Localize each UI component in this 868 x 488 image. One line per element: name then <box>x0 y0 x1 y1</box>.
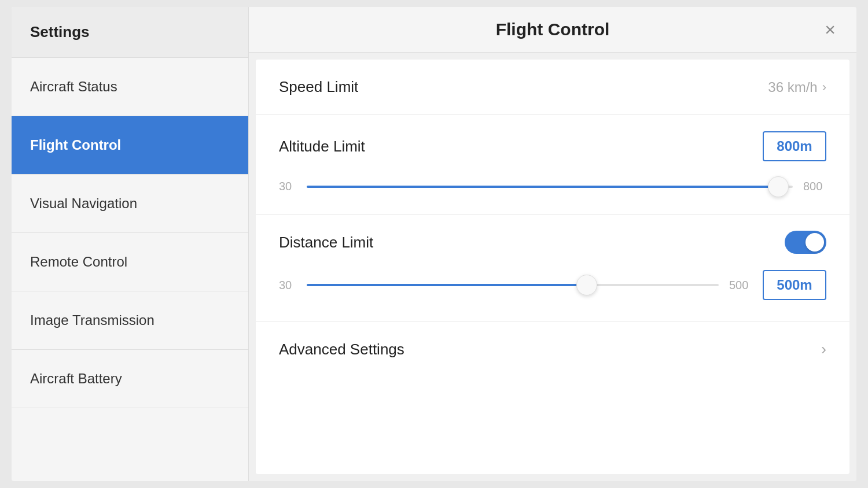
altitude-limit-label: Altitude Limit <box>279 138 763 156</box>
distance-limit-section: Distance Limit 30 500 500m <box>256 215 849 321</box>
distance-slider-min: 30 <box>279 279 296 292</box>
app-container: Settings Aircraft Status Flight Control … <box>12 7 856 481</box>
distance-slider-fill <box>307 284 587 286</box>
altitude-slider-min: 30 <box>279 180 296 193</box>
sidebar-item-label: Aircraft Battery <box>30 371 122 386</box>
altitude-slider-track[interactable] <box>307 186 793 188</box>
speed-limit-label: Speed Limit <box>279 78 768 96</box>
advanced-chevron-right-icon: › <box>821 340 826 358</box>
distance-limit-input[interactable]: 500m <box>763 270 826 300</box>
advanced-settings-row[interactable]: Advanced Settings › <box>256 321 849 377</box>
distance-slider-track[interactable] <box>307 284 719 286</box>
speed-limit-row[interactable]: Speed Limit 36 km/h › <box>256 60 849 115</box>
sidebar-item-label: Visual Navigation <box>30 195 137 211</box>
sidebar-item-flight-control[interactable]: Flight Control <box>12 116 248 175</box>
sidebar-item-remote-control[interactable]: Remote Control <box>12 233 248 291</box>
sidebar-item-label: Aircraft Status <box>30 79 117 94</box>
altitude-slider-max: 800 <box>803 180 826 193</box>
sidebar-item-aircraft-status[interactable]: Aircraft Status <box>12 58 248 116</box>
sidebar-item-label: Flight Control <box>30 137 121 153</box>
altitude-slider-container: 30 800 <box>279 180 826 193</box>
distance-limit-header: Distance Limit <box>279 231 826 254</box>
sidebar-item-image-transmission[interactable]: Image Transmission <box>12 291 248 350</box>
distance-limit-label: Distance Limit <box>279 234 785 252</box>
altitude-limit-header: Altitude Limit 800m <box>279 131 826 161</box>
altitude-limit-input[interactable]: 800m <box>763 131 826 161</box>
sidebar: Settings Aircraft Status Flight Control … <box>12 7 249 481</box>
toggle-knob <box>806 233 824 252</box>
distance-limit-toggle[interactable] <box>785 231 826 254</box>
speed-limit-text: 36 km/h <box>768 79 817 95</box>
sidebar-item-visual-navigation[interactable]: Visual Navigation <box>12 175 248 233</box>
settings-panel: Speed Limit 36 km/h › Altitude Limit 800… <box>256 60 849 474</box>
sidebar-item-label: Remote Control <box>30 254 127 269</box>
sidebar-header: Settings <box>12 7 248 58</box>
altitude-slider-fill <box>307 186 778 188</box>
distance-slider-row: 30 500 500m <box>279 270 826 300</box>
speed-limit-value: 36 km/h › <box>768 79 826 95</box>
close-button[interactable]: × <box>825 20 836 39</box>
sidebar-title: Settings <box>30 23 90 40</box>
sidebar-item-aircraft-battery[interactable]: Aircraft Battery <box>12 350 248 408</box>
distance-slider-max: 500 <box>729 279 752 292</box>
sidebar-item-label: Image Transmission <box>30 312 155 328</box>
chevron-right-icon: › <box>822 80 826 95</box>
altitude-limit-section: Altitude Limit 800m 30 800 <box>256 115 849 215</box>
main-content: Flight Control × Speed Limit 36 km/h › A… <box>249 7 856 481</box>
main-header: Flight Control × <box>249 7 856 53</box>
distance-slider-thumb[interactable] <box>576 275 597 295</box>
main-title: Flight Control <box>496 20 610 39</box>
advanced-settings-label: Advanced Settings <box>279 341 821 358</box>
altitude-slider-thumb[interactable] <box>768 176 789 197</box>
